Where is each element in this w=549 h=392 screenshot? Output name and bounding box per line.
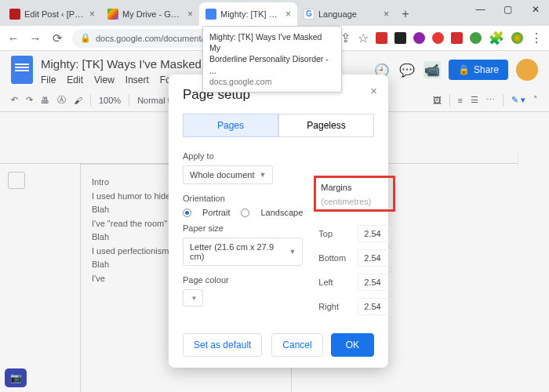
tab-pageless[interactable]: Pageless	[278, 114, 374, 137]
chevron-down-icon: ▼	[191, 295, 198, 302]
paper-size-select[interactable]: Letter (21.6 cm x 27.9 cm)▼	[183, 238, 303, 266]
browser-tab[interactable]: G Language ×	[297, 2, 395, 26]
new-tab-button[interactable]: +	[395, 2, 416, 26]
margins-label: Margins	[321, 183, 351, 192]
star-icon[interactable]: ☆	[358, 31, 369, 45]
tab-title: Edit Post ‹ [PI] How	[24, 9, 85, 19]
menu-icon[interactable]: ⋮	[530, 31, 543, 45]
back-button[interactable]: ←	[6, 31, 20, 45]
ok-button[interactable]: OK	[331, 333, 374, 357]
tooltip-line: Borderline Personality Disorder - ...	[209, 53, 335, 75]
reload-button[interactable]: ⟳	[50, 31, 64, 45]
browser-tabstrip: Edit Post ‹ [PI] How × My Drive - Google…	[0, 0, 549, 26]
favicon: G	[304, 9, 314, 20]
page-setup-dialog: Page setup × Pages Pageless Apply to Who…	[169, 74, 388, 368]
page-colour-label: Page colour	[183, 275, 303, 285]
recording-widget[interactable]: 📷	[5, 368, 27, 387]
forward-button[interactable]: →	[28, 31, 42, 45]
close-icon[interactable]: ×	[285, 9, 291, 20]
tab-title: Mighty: [TK] Ways	[220, 9, 282, 19]
minimize-button[interactable]: —	[467, 0, 494, 19]
close-icon[interactable]: ×	[89, 9, 95, 20]
close-icon[interactable]: ×	[370, 84, 377, 97]
lock-icon: 🔒	[80, 33, 91, 43]
ext-icon[interactable]	[376, 32, 387, 44]
chevron-down-icon: ▼	[289, 248, 296, 256]
extensions-icon[interactable]: 🧩	[489, 31, 504, 45]
radio-landscape[interactable]	[241, 209, 249, 217]
radio-portrait[interactable]	[183, 209, 191, 217]
margin-bottom-label: Bottom	[318, 253, 350, 263]
chevron-down-icon: ▼	[260, 171, 267, 179]
browser-tab[interactable]: My Drive - Google ×	[101, 2, 199, 26]
profile-avatar[interactable]	[511, 32, 523, 44]
favicon	[9, 9, 20, 20]
close-icon[interactable]: ×	[384, 9, 389, 20]
margin-top-input[interactable]: 2.54	[358, 225, 391, 242]
tab-title: Language	[318, 9, 380, 19]
margin-left-label: Left	[318, 278, 350, 287]
browser-tab-active[interactable]: Mighty: [TK] Ways ×	[199, 2, 297, 26]
margins-unit: (centimetres)	[321, 197, 371, 206]
apply-to-select[interactable]: Whole document▼	[183, 165, 273, 184]
close-window-button[interactable]: ✕	[522, 0, 549, 19]
favicon	[107, 9, 118, 20]
cancel-button[interactable]: Cancel	[271, 333, 322, 357]
set-as-default-button[interactable]: Set as default	[183, 333, 262, 357]
margin-right-input[interactable]: 2.54	[358, 298, 391, 315]
ext-icon[interactable]	[470, 32, 482, 44]
tooltip-domain: docs.google.com	[209, 76, 335, 87]
tab-pages[interactable]: Pages	[183, 114, 278, 137]
orientation-label: Orientation	[183, 194, 303, 203]
ext-icon[interactable]	[413, 32, 425, 44]
url-text: docs.google.com/document/d/	[96, 34, 211, 43]
tooltip-line: Mighty: [TK] Ways I've Masked My	[209, 31, 335, 53]
page-colour-select[interactable]: ▼	[183, 289, 203, 307]
tab-tooltip: Mighty: [TK] Ways I've Masked My Borderl…	[202, 26, 342, 93]
close-icon[interactable]: ×	[187, 9, 193, 20]
maximize-button[interactable]: ▢	[494, 0, 522, 19]
extensions: ⇪ ☆ 🧩 ⋮	[340, 31, 543, 45]
margins-heading-highlight: Margins (centimetres)	[314, 176, 395, 212]
margin-top-label: Top	[318, 229, 350, 238]
margin-left-input[interactable]: 2.54	[358, 274, 391, 291]
tab-title: My Drive - Google	[122, 9, 184, 19]
margin-bottom-input[interactable]: 2.54	[358, 249, 391, 267]
paper-size-label: Paper size	[183, 223, 303, 233]
margin-right-label: Right	[318, 302, 350, 311]
ext-icon[interactable]	[432, 32, 444, 44]
ext-icon[interactable]	[394, 32, 406, 44]
favicon	[205, 9, 216, 20]
browser-tab[interactable]: Edit Post ‹ [PI] How ×	[3, 2, 101, 26]
apply-to-label: Apply to	[183, 151, 303, 161]
ext-icon[interactable]	[451, 32, 463, 44]
